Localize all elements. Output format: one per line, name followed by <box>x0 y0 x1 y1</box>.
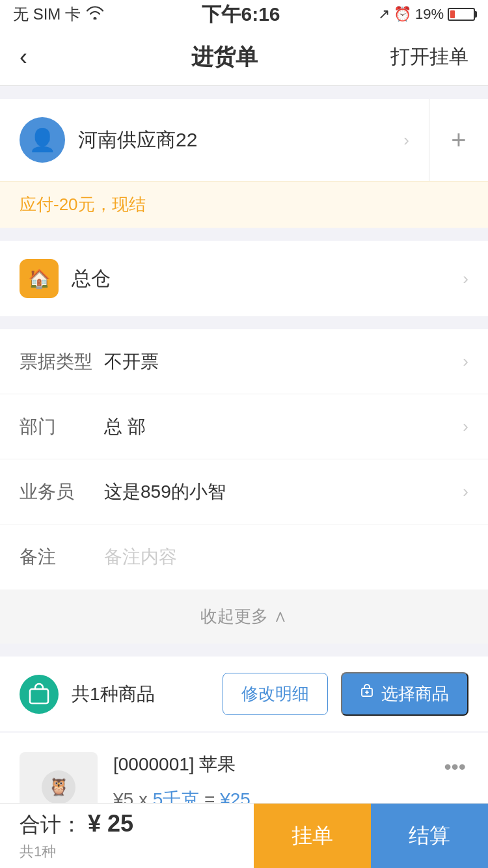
products-count: 共1种商品 <box>72 682 210 707</box>
hang-button[interactable]: 挂单 <box>254 804 371 868</box>
supplier-section: 👤 河南供应商22 › + <box>0 99 488 181</box>
dept-row[interactable]: 部门 总 部 › <box>0 394 488 459</box>
supplier-select-button[interactable]: 👤 河南供应商22 › <box>0 99 429 181</box>
form-section: 票据类型 不开票 › 部门 总 部 › 业务员 这是859的小智 › 备注 备注… <box>0 329 488 590</box>
warehouse-name: 总仓 <box>72 265 463 292</box>
status-left: 无 SIM 卡 <box>13 4 104 25</box>
invoice-label: 票据类型 <box>20 349 104 374</box>
select-product-button[interactable]: 选择商品 <box>341 672 468 716</box>
product-more-button[interactable]: ••• <box>441 752 468 781</box>
cart-icon <box>360 684 376 704</box>
dept-value: 总 部 <box>104 414 463 439</box>
status-time: 下午6:16 <box>202 1 280 28</box>
supplier-name: 河南供应商22 <box>78 127 403 154</box>
product-code: [0000001] <box>113 754 199 774</box>
chevron-right-icon: › <box>463 416 468 437</box>
invoice-value: 不开票 <box>104 349 463 374</box>
chevron-right-icon: › <box>463 351 468 372</box>
total-section: 合计： ¥ 25 共1种 <box>0 804 254 868</box>
user-icon: 👤 <box>29 127 56 153</box>
wifi-icon <box>86 5 104 23</box>
svg-rect-0 <box>30 689 48 703</box>
chevron-right-icon: › <box>463 269 468 289</box>
products-icon <box>20 675 59 714</box>
products-header: 共1种商品 修改明细 选择商品 <box>0 657 488 731</box>
chevron-right-icon: › <box>463 481 468 502</box>
supplier-add-button[interactable]: + <box>429 99 488 181</box>
collapse-button[interactable]: 收起更多 ∧ <box>0 590 488 644</box>
back-button[interactable]: ‹ <box>20 44 59 71</box>
total-amount: 合计： ¥ 25 <box>20 810 234 839</box>
location-icon: ↗ <box>378 6 390 23</box>
avatar: 👤 <box>20 117 65 163</box>
invoice-type-row[interactable]: 票据类型 不开票 › <box>0 329 488 394</box>
battery-icon <box>448 8 475 21</box>
checkout-button[interactable]: 结算 <box>371 804 488 868</box>
warehouse-icon: 🏠 <box>20 259 59 298</box>
sales-label: 业务员 <box>20 480 104 504</box>
remark-row[interactable]: 备注 备注内容 <box>0 524 488 590</box>
status-bar: 无 SIM 卡 下午6:16 ↗ ⏰ 19% <box>0 0 488 29</box>
select-product-label: 选择商品 <box>381 683 449 705</box>
total-value: ¥ 25 <box>88 810 133 837</box>
battery-percent: 19% <box>415 6 444 23</box>
page-title: 进货单 <box>191 42 258 72</box>
product-title: 苹果 <box>199 754 236 774</box>
carrier-label: 无 SIM 卡 <box>13 4 81 25</box>
product-name: [0000001] 苹果 <box>113 752 426 777</box>
bottom-bar: 合计： ¥ 25 共1种 挂单 结算 <box>0 803 488 868</box>
remark-label: 备注 <box>20 545 104 569</box>
nav-bar: ‹ 进货单 打开挂单 <box>0 29 488 86</box>
alarm-icon: ⏰ <box>394 6 411 23</box>
status-right: ↗ ⏰ 19% <box>378 6 475 23</box>
remark-input[interactable]: 备注内容 <box>104 545 468 569</box>
notice-bar: 应付-20元，现结 <box>0 181 488 228</box>
warehouse-select-button[interactable]: 🏠 总仓 › <box>0 241 488 316</box>
warehouse-section: 🏠 总仓 › <box>0 241 488 316</box>
total-count: 共1种 <box>20 842 234 861</box>
chevron-right-icon: › <box>403 130 409 150</box>
svg-text:🦉: 🦉 <box>48 776 70 797</box>
notice-text: 应付-20元，现结 <box>20 195 146 214</box>
dept-label: 部门 <box>20 414 104 439</box>
edit-detail-button[interactable]: 修改明细 <box>223 673 328 715</box>
sales-value: 这是859的小智 <box>104 480 463 504</box>
total-label: 合计： <box>20 813 82 836</box>
sales-row[interactable]: 业务员 这是859的小智 › <box>0 459 488 524</box>
open-pending-button[interactable]: 打开挂单 <box>390 44 468 70</box>
